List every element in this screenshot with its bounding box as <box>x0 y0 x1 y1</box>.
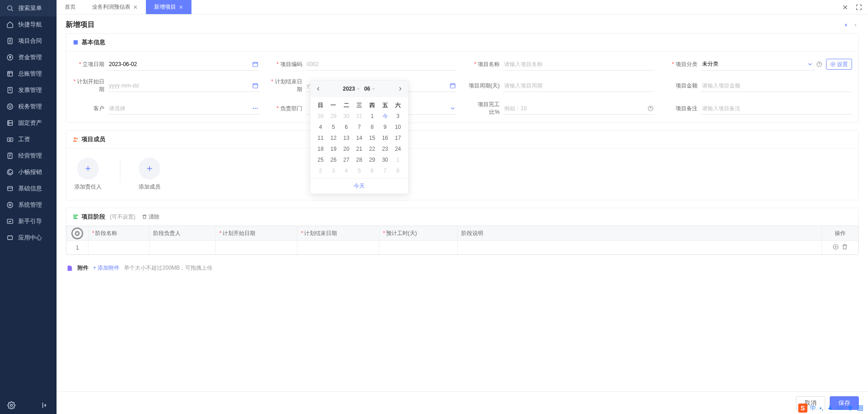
add-owner-button[interactable] <box>77 158 99 179</box>
calendar-icon[interactable] <box>252 61 258 67</box>
dp-day[interactable]: 4 <box>314 122 327 133</box>
ime-keyboard-icon[interactable] <box>837 405 843 411</box>
dp-day[interactable]: 6 <box>340 122 353 133</box>
sidebar-item-3[interactable]: 资金管理 <box>0 49 57 66</box>
dp-day[interactable]: 5 <box>353 165 366 176</box>
sidebar-item-14[interactable]: 应用中心 <box>0 230 57 246</box>
sidebar-item-0[interactable]: 搜索菜单 <box>0 0 57 16</box>
dp-day[interactable]: 17 <box>392 133 404 143</box>
chevron-down-icon[interactable] <box>450 105 456 112</box>
add-attachment-button[interactable]: + 添加附件 <box>93 264 119 272</box>
ime-tools-icon[interactable] <box>857 405 863 411</box>
fullscreen-icon[interactable] <box>855 4 863 11</box>
sidebar-item-6[interactable]: 税务管理 <box>0 98 57 115</box>
input-create-date[interactable] <box>108 58 259 71</box>
prev-record-icon[interactable] <box>842 22 849 28</box>
close-icon[interactable] <box>842 4 849 11</box>
dp-day[interactable]: 4 <box>340 165 353 176</box>
dp-day[interactable]: 9 <box>378 122 391 133</box>
input-code[interactable] <box>306 58 457 71</box>
input-plan-start[interactable] <box>108 79 259 92</box>
dp-day[interactable]: 11 <box>314 133 327 143</box>
dp-day[interactable]: 24 <box>392 143 404 154</box>
dp-next-icon[interactable] <box>397 86 403 92</box>
next-record-icon[interactable] <box>852 22 859 28</box>
dp-day[interactable]: 31 <box>353 111 366 122</box>
row-delete-icon[interactable] <box>842 244 848 250</box>
dp-day[interactable]: 2 <box>314 165 327 176</box>
dp-day[interactable]: 7 <box>378 165 391 176</box>
tab-1[interactable]: 业务利润预估表✕ <box>84 0 146 14</box>
calendar-icon[interactable] <box>252 82 258 89</box>
dp-day[interactable]: 16 <box>378 133 391 143</box>
input-note[interactable] <box>701 102 852 115</box>
dp-day[interactable]: 29 <box>366 154 378 165</box>
add-member-button[interactable] <box>139 158 160 179</box>
row-add-icon[interactable] <box>832 244 839 250</box>
more-icon[interactable] <box>252 105 258 112</box>
dp-day[interactable]: 3 <box>392 111 404 122</box>
input-name[interactable] <box>503 58 655 71</box>
dp-day[interactable]: 15 <box>366 133 378 143</box>
input-period[interactable] <box>503 79 655 92</box>
sidebar-item-8[interactable]: 工资 <box>0 131 57 148</box>
tab-2[interactable]: 新增项目✕ <box>146 0 191 14</box>
dp-prev-icon[interactable] <box>315 86 321 92</box>
select-category[interactable] <box>701 58 816 71</box>
input-complete[interactable] <box>503 102 655 115</box>
sidebar-item-7[interactable]: 固定资产 <box>0 115 57 131</box>
dp-day[interactable]: 28 <box>314 111 327 122</box>
select-customer[interactable] <box>108 102 259 115</box>
ime-skin-icon[interactable] <box>847 405 853 411</box>
dp-today-button[interactable]: 今天 <box>310 178 408 194</box>
dp-day[interactable]: 10 <box>392 122 404 133</box>
settings-icon[interactable] <box>7 401 16 409</box>
dp-day[interactable]: 29 <box>327 111 340 122</box>
sidebar-item-4[interactable]: 总账管理 <box>0 66 57 82</box>
ime-logo-icon[interactable]: S <box>798 404 807 413</box>
tab-close-icon[interactable]: ✕ <box>133 4 138 10</box>
sidebar-item-10[interactable]: 小畅报销 <box>0 164 57 180</box>
dp-day[interactable]: 21 <box>353 143 366 154</box>
tab-close-icon[interactable]: ✕ <box>179 4 183 10</box>
dp-day[interactable]: 今 <box>378 111 391 122</box>
gear-icon[interactable] <box>70 226 84 240</box>
calendar-icon[interactable] <box>450 82 456 89</box>
ime-mic-icon[interactable] <box>827 405 833 411</box>
sidebar-item-2[interactable]: 项目合同 <box>0 33 57 49</box>
sidebar-item-1[interactable]: 快捷导航 <box>0 16 57 33</box>
dp-year-select[interactable]: 2023 <box>343 86 361 92</box>
dp-day[interactable]: 22 <box>366 143 378 154</box>
dp-day[interactable]: 19 <box>327 143 340 154</box>
dp-day[interactable]: 13 <box>340 133 353 143</box>
dp-day[interactable]: 3 <box>327 165 340 176</box>
collapse-icon[interactable] <box>41 401 49 409</box>
dp-day[interactable]: 14 <box>353 133 366 143</box>
sidebar-item-13[interactable]: 新手引导 <box>0 213 57 230</box>
dp-day[interactable]: 26 <box>327 154 340 165</box>
dp-day[interactable]: 20 <box>340 143 353 154</box>
clear-phases-button[interactable]: 清除 <box>142 213 160 221</box>
sidebar-item-11[interactable]: 基础信息 <box>0 180 57 197</box>
sidebar-item-12[interactable]: 系统管理 <box>0 197 57 213</box>
dp-day[interactable]: 6 <box>366 165 378 176</box>
dp-day[interactable]: 30 <box>378 154 391 165</box>
ime-lang[interactable]: 中 <box>810 404 816 412</box>
dp-day[interactable]: 5 <box>327 122 340 133</box>
dp-day[interactable]: 1 <box>392 154 404 165</box>
btn-category-settings[interactable]: 设置 <box>826 59 852 70</box>
table-row[interactable]: 1 <box>67 241 858 255</box>
sidebar-item-9[interactable]: 经营管理 <box>0 148 57 164</box>
dp-day[interactable]: 12 <box>327 133 340 143</box>
input-amount[interactable] <box>701 79 852 92</box>
ime-punct-icon[interactable]: •, <box>820 405 823 412</box>
sidebar-item-5[interactable]: 发票管理 <box>0 82 57 98</box>
dp-month-select[interactable]: 06 <box>364 86 376 92</box>
tab-0[interactable]: 首页 <box>57 0 84 14</box>
dp-day[interactable]: 23 <box>378 143 391 154</box>
help-icon[interactable] <box>816 61 822 67</box>
dp-day[interactable]: 1 <box>366 111 378 122</box>
help-icon[interactable] <box>647 105 654 112</box>
dp-day[interactable]: 8 <box>366 122 378 133</box>
dp-day[interactable]: 27 <box>340 154 353 165</box>
